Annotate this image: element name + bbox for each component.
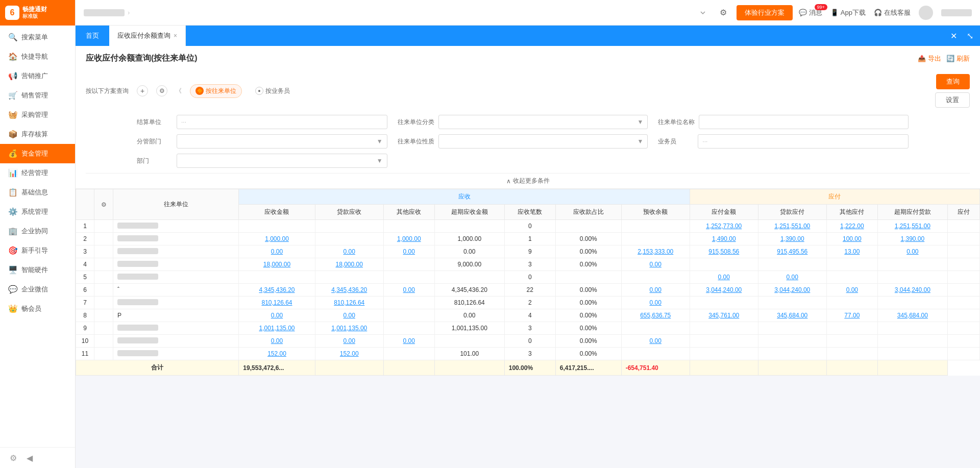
page-title: 应收应付余额查询(按往来单位) — [86, 53, 198, 64]
wechat-icon: 💬 — [8, 285, 17, 294]
blurred-company-cell: ██████ — [113, 322, 239, 335]
online-service-btn[interactable]: 🎧 在线客服 — [874, 8, 911, 17]
sidebar-item-hardware[interactable]: 🖥️ 智能硬件 — [0, 260, 75, 280]
tab-close-window-btn[interactable]: ✕ — [947, 30, 960, 42]
sidebar-item-label: 智能硬件 — [21, 265, 48, 275]
sidebar-item-guide[interactable]: 🎯 新手引导 — [0, 241, 75, 260]
subdept-input[interactable]: ▼ — [177, 154, 387, 168]
filter-tab-company[interactable]: 🔶 按往来单位 — [190, 84, 242, 98]
tab-close-btn[interactable]: × — [174, 32, 177, 39]
company-name-label: 往来单位名称 — [658, 118, 695, 127]
blurred-company-cell: ██████ — [113, 348, 239, 360]
sidebar-item-sales[interactable]: 🛒 销售管理 — [0, 86, 75, 105]
tab-bar: 首页 应收应付余额查询 × ✕ ⤡ — [76, 26, 980, 46]
footer-ar-prepay: 6,417,215.... — [555, 360, 621, 376]
setting-btn[interactable]: 设置 — [935, 92, 970, 108]
dept-input[interactable]: ▼ — [177, 134, 387, 149]
company-tab-icon: 🔶 — [195, 87, 204, 95]
filter-setting-btn[interactable]: ⚙ — [156, 85, 167, 96]
sidebar-item-quick-nav[interactable]: 🏠 快捷导航 — [0, 47, 75, 66]
footer-settings-icon[interactable]: ⚙ — [8, 453, 18, 463]
filter-field-company-name: 往来单位名称 — [658, 115, 909, 129]
col-ap-extra: 应付 — [947, 205, 979, 220]
page-content: 应收应付余额查询(按往来单位) 📤 导出 🔄 刷新 按以下方案查询 + — [76, 46, 980, 468]
message-btn[interactable]: 💬 消息 99+ — [799, 8, 822, 17]
member-icon: 👑 — [8, 304, 17, 313]
tab-expand-btn[interactable]: ⤡ — [964, 30, 976, 42]
table-row: 6ˆ4,345,436.204,345,436.200.004,345,436.… — [76, 284, 980, 297]
app-download-btn[interactable]: 📱 App下载 — [830, 8, 866, 17]
app-download-label: App下载 — [841, 8, 866, 17]
filter-add-btn[interactable]: + — [137, 85, 148, 96]
corp-icon: 🏢 — [8, 227, 17, 236]
app-logo: 6 畅捷通财 标准版 — [0, 0, 75, 26]
refresh-btn[interactable]: 🔄 刷新 — [946, 54, 970, 63]
nature-input[interactable]: ▼ — [438, 134, 648, 149]
header-gear-btn[interactable]: ⚙ — [716, 6, 730, 20]
col-ap-loan: 贷款应付 — [758, 205, 826, 220]
sidebar-item-operations[interactable]: 📊 经营管理 — [0, 163, 75, 183]
tab-ar-balance[interactable]: 应收应付余额查询 × — [109, 26, 186, 46]
table-settings-icon[interactable]: ⚙ — [99, 200, 109, 210]
solution-btn[interactable]: 体验行业方案 — [737, 5, 793, 20]
filter-collapse-btn[interactable]: 《 — [176, 87, 182, 95]
logo-name: 畅捷通财 — [22, 6, 47, 13]
marketing-icon: 📢 — [8, 71, 17, 81]
breadcrumb: › — [84, 9, 690, 16]
page-actions: 📤 导出 🔄 刷新 — [918, 54, 970, 63]
export-btn[interactable]: 📤 导出 — [918, 54, 941, 63]
hardware-icon: 🖥️ — [8, 265, 17, 275]
tab-home[interactable]: 首页 — [76, 26, 109, 46]
sidebar-item-basic-info[interactable]: 📋 基础信息 — [0, 183, 75, 202]
col-payable-group: 应付 — [690, 189, 979, 205]
collapse-label: 收起更多条件 — [513, 177, 550, 185]
blurred-company-cell: ██████ — [113, 233, 239, 245]
table-row: 1██████01,252,773.001,251,551.001,222.00… — [76, 220, 980, 233]
footer-ar-ratio: 100.00% — [504, 360, 555, 376]
company-name-input[interactable] — [699, 115, 909, 129]
sidebar-item-label: 营销推广 — [21, 71, 48, 81]
col-ar-prepay: 预收余额 — [621, 205, 690, 220]
salesperson-input[interactable]: ··· — [698, 134, 909, 149]
finance-icon: 💰 — [8, 149, 17, 158]
sidebar-item-inventory[interactable]: 📦 库存核算 — [0, 125, 75, 144]
logo-icon: 6 — [5, 6, 19, 20]
sidebar-item-marketing[interactable]: 📢 营销推广 — [0, 66, 75, 86]
query-btn[interactable]: 查询 — [936, 74, 970, 89]
filter-tab-salesperson[interactable]: ● 按业务员 — [250, 85, 295, 97]
sidebar-menu: 🔍 搜索菜单 🏠 快捷导航 📢 营销推广 🛒 销售管理 🧺 采购管理 📦 库存核… — [0, 26, 75, 447]
category-input[interactable]: ▼ — [438, 115, 648, 129]
sidebar-item-label: 经营管理 — [21, 168, 48, 178]
sidebar: 6 畅捷通财 标准版 🔍 搜索菜单 🏠 快捷导航 📢 营销推广 🛒 销售管理 🧺… — [0, 0, 76, 468]
user-name — [941, 9, 972, 16]
filter-field-subdept: 部门 ▼ — [137, 154, 387, 168]
filter-field-salesperson: 业务员 ··· — [658, 134, 909, 149]
sidebar-item-member[interactable]: 👑 畅会员 — [0, 299, 75, 318]
category-chevron: ▼ — [637, 118, 643, 126]
footer-collapse-icon[interactable]: ◀ — [24, 453, 35, 463]
blurred-company-cell: ██████ — [113, 335, 239, 348]
settlement-input[interactable]: ··· — [177, 115, 387, 129]
sidebar-item-search-menu[interactable]: 🔍 搜索菜单 — [0, 28, 75, 47]
col-ap-amount: 应付金额 — [690, 205, 758, 220]
blurred-company-cell: ██████ — [113, 220, 239, 233]
app-download-icon: 📱 — [830, 9, 839, 16]
header-dropdown-btn[interactable] — [696, 6, 710, 20]
table-row: 11██████152.00152.00101.0030.00% — [76, 348, 980, 360]
main-area: › ⚙ 体验行业方案 💬 消息 99+ 📱 App下载 🎧 在线客服 — [76, 0, 980, 468]
home-icon: 🏠 — [8, 52, 17, 61]
sidebar-item-purchase[interactable]: 🧺 采购管理 — [0, 105, 75, 125]
filter-more-btn[interactable]: ∧ 收起更多条件 — [86, 173, 970, 188]
tab-label: 应收应付余额查询 — [117, 31, 170, 40]
sidebar-item-wechat[interactable]: 💬 企业微信 — [0, 280, 75, 299]
search-menu-icon: 🔍 — [8, 33, 17, 42]
footer-ar-total: 19,553,472,6... — [239, 360, 315, 376]
settlement-label: 结算单位 — [137, 118, 173, 127]
sidebar-item-finance[interactable]: 💰 资金管理 — [0, 144, 75, 163]
sidebar-item-label: 企业协同 — [21, 227, 48, 236]
blurred-company-cell: ██████ — [113, 245, 239, 258]
sidebar-item-system[interactable]: ⚙️ 系统管理 — [0, 202, 75, 221]
basic-info-icon: 📋 — [8, 188, 17, 197]
sidebar-item-corp[interactable]: 🏢 企业协同 — [0, 221, 75, 241]
online-service-label: 在线客服 — [884, 8, 911, 17]
